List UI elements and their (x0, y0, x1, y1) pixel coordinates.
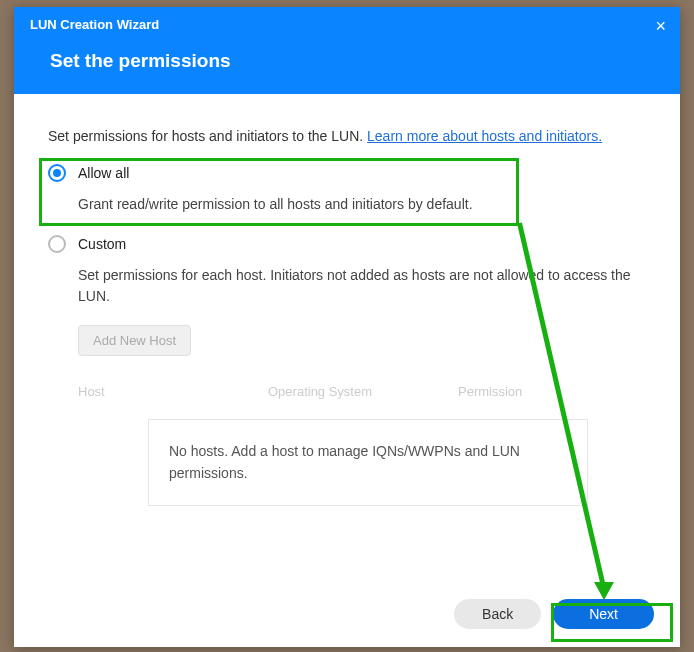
col-permission: Permission (458, 384, 646, 399)
custom-desc: Set permissions for each host. Initiator… (78, 265, 646, 307)
col-os: Operating System (268, 384, 458, 399)
next-button[interactable]: Next (553, 599, 654, 629)
dialog-subtitle: Set the permissions (50, 50, 664, 72)
dialog-footer: Back Next (14, 585, 680, 647)
allow-all-desc: Grant read/write permission to all hosts… (78, 194, 646, 215)
radio-allow-all[interactable] (48, 164, 66, 182)
dialog-content: Set permissions for hosts and initiators… (14, 94, 680, 506)
learn-more-link[interactable]: Learn more about hosts and initiators. (367, 128, 602, 144)
wizard-dialog: LUN Creation Wizard Set the permissions … (14, 7, 680, 647)
no-hosts-message: No hosts. Add a host to manage IQNs/WWPN… (148, 419, 588, 506)
dialog-title: LUN Creation Wizard (30, 17, 664, 32)
custom-label: Custom (78, 236, 126, 252)
dialog-header: LUN Creation Wizard Set the permissions … (14, 7, 680, 94)
intro-text-row: Set permissions for hosts and initiators… (48, 128, 646, 144)
add-new-host-button[interactable]: Add New Host (78, 325, 191, 356)
col-host: Host (78, 384, 268, 399)
option-custom[interactable]: Custom Set permissions for each host. In… (48, 235, 646, 399)
close-icon[interactable]: × (655, 17, 666, 35)
allow-all-label: Allow all (78, 165, 129, 181)
option-allow-all[interactable]: Allow all Grant read/write permission to… (48, 164, 646, 215)
intro-text: Set permissions for hosts and initiators… (48, 128, 367, 144)
back-button[interactable]: Back (454, 599, 541, 629)
radio-custom[interactable] (48, 235, 66, 253)
hosts-table-header: Host Operating System Permission (78, 384, 646, 399)
